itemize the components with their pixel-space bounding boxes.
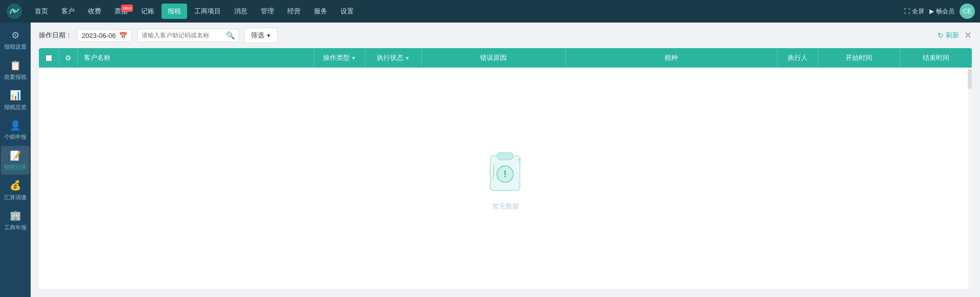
fullscreen-button[interactable]: ⛶ 全屏 xyxy=(904,7,924,16)
nav-item-客户[interactable]: 客户 xyxy=(55,4,81,19)
sidebar-item-报税总览[interactable]: 📊报税总览 xyxy=(1,86,30,115)
scrollbar-track[interactable] xyxy=(968,68,972,289)
th-status-label: 执行状态 xyxy=(377,53,403,62)
fullscreen-label: 全屏 xyxy=(912,7,924,16)
settings-icon: ⚙ xyxy=(65,54,72,62)
date-value: 2023-06-06 xyxy=(82,32,116,39)
nav-item-收费[interactable]: 收费 xyxy=(82,4,107,19)
top-nav: 首页客户收费票据new记账报税工商项目消息管理经营服务设置 ⛶ 全屏 ▶ 畅会员… xyxy=(0,0,980,23)
nav-item-设置[interactable]: 设置 xyxy=(334,4,360,19)
nav-item-消息[interactable]: 消息 xyxy=(228,4,254,19)
empty-illustration: ! xyxy=(483,145,529,197)
th-executor: 执行人 xyxy=(778,48,818,68)
calendar-icon: 📅 xyxy=(119,32,127,39)
sidebar-icon: 🏢 xyxy=(10,210,21,222)
select-all-checkbox[interactable] xyxy=(45,55,52,61)
table-body: ! 暂无数据 xyxy=(39,68,972,289)
refresh-icon: ↻ xyxy=(938,31,944,39)
avatar[interactable]: CE xyxy=(960,4,975,19)
th-checkbox[interactable] xyxy=(39,48,59,68)
sidebar-label: 个税申报 xyxy=(4,133,27,140)
sidebar-icon: 💰 xyxy=(10,180,21,192)
fullscreen-icon: ⛶ xyxy=(904,8,910,15)
refresh-button[interactable]: ↻ 刷新 xyxy=(938,31,959,40)
svg-point-8 xyxy=(518,158,521,161)
nav-item-服务[interactable]: 服务 xyxy=(308,4,333,19)
member-button[interactable]: ▶ 畅会员 xyxy=(929,7,954,16)
nav-item-票据[interactable]: 票据new xyxy=(108,4,134,19)
nav-item-报税[interactable]: 报税 xyxy=(162,4,187,19)
sidebar-label: 报税设置 xyxy=(4,43,27,50)
nav-item-首页[interactable]: 首页 xyxy=(29,4,54,19)
badge-new: new xyxy=(121,5,133,12)
svg-point-9 xyxy=(489,170,491,172)
scrollbar-thumb xyxy=(968,69,972,89)
th-settings[interactable]: ⚙ xyxy=(59,48,78,68)
filter-button[interactable]: 筛选 ▼ xyxy=(244,28,278,43)
th-end-time: 结束时间 xyxy=(900,48,972,68)
sidebar-item-汇算清缴[interactable]: 💰汇算清缴 xyxy=(1,176,30,205)
th-error: 错误原因 xyxy=(422,48,566,68)
sidebar-icon: 📝 xyxy=(10,150,21,162)
empty-state: ! 暂无数据 xyxy=(472,135,539,221)
sidebar-label: 批量报税 xyxy=(4,73,27,80)
video-icon: ▶ xyxy=(929,8,934,15)
sidebar-item-批量报税[interactable]: 📋批量报税 xyxy=(1,56,30,85)
sidebar-label: 报税记录 xyxy=(4,163,27,171)
sidebar-item-个税申报[interactable]: 👤个税申报 xyxy=(1,116,30,145)
th-tax-type-label: 税种 xyxy=(665,53,678,62)
chevron-down-icon: ▼ xyxy=(266,33,271,38)
nav-item-记账[interactable]: 记账 xyxy=(135,4,161,19)
empty-text: 暂无数据 xyxy=(492,202,519,211)
th-customer-label: 客户名称 xyxy=(84,53,110,62)
search-input[interactable] xyxy=(142,32,223,39)
op-type-filter-icon: ▼ xyxy=(351,55,356,61)
svg-text:!: ! xyxy=(504,169,507,179)
sidebar-icon: ⚙ xyxy=(11,30,19,41)
sidebar-icon: 👤 xyxy=(10,120,21,132)
sidebar-icon: 📋 xyxy=(10,60,21,72)
top-nav-right: ⛶ 全屏 ▶ 畅会员 CE xyxy=(904,4,975,19)
table-container: ⚙ 客户名称 操作类型 ▼ 执行状态 ▼ 错误原因 税种 xyxy=(39,48,972,289)
th-op-type-label: 操作类型 xyxy=(323,53,350,62)
sidebar-label: 汇算清缴 xyxy=(4,194,27,201)
nav-item-经营[interactable]: 经营 xyxy=(281,4,307,19)
th-start-time: 开始时间 xyxy=(818,48,900,68)
nav-items: 首页客户收费票据new记账报税工商项目消息管理经营服务设置 xyxy=(29,4,904,19)
close-button[interactable]: ✕ xyxy=(964,31,972,40)
th-op-type[interactable]: 操作类型 ▼ xyxy=(314,48,366,68)
logo xyxy=(5,2,24,20)
filter-label: 筛选 xyxy=(251,31,264,40)
sidebar-label: 工商年报 xyxy=(4,224,27,231)
th-start-time-label: 开始时间 xyxy=(846,53,872,62)
refresh-label: 刷新 xyxy=(946,31,959,40)
table-header: ⚙ 客户名称 操作类型 ▼ 执行状态 ▼ 错误原因 税种 xyxy=(39,48,972,68)
main-layout: ⚙报税设置📋批量报税📊报税总览👤个税申报📝报税记录💰汇算清缴🏢工商年报 操作日期… xyxy=(0,23,980,297)
toolbar: 操作日期： 2023-06-06 📅 🔍 筛选 ▼ ↻ 刷新 ✕ xyxy=(31,23,980,48)
th-customer: 客户名称 xyxy=(78,48,314,68)
date-picker[interactable]: 2023-06-06 📅 xyxy=(77,29,132,42)
date-label: 操作日期： xyxy=(39,31,72,40)
svg-point-1 xyxy=(13,10,16,13)
th-status[interactable]: 执行状态 ▼ xyxy=(366,48,422,68)
th-end-time-label: 结束时间 xyxy=(923,53,949,62)
sidebar: ⚙报税设置📋批量报税📊报税总览👤个税申报📝报税记录💰汇算清缴🏢工商年报 xyxy=(0,23,31,297)
sidebar-item-报税设置[interactable]: ⚙报税设置 xyxy=(1,26,30,55)
content-area: 操作日期： 2023-06-06 📅 🔍 筛选 ▼ ↻ 刷新 ✕ xyxy=(31,23,980,297)
status-filter-icon: ▼ xyxy=(405,55,410,61)
th-executor-label: 执行人 xyxy=(788,53,808,62)
nav-item-工商项目[interactable]: 工商项目 xyxy=(188,4,227,19)
th-tax-type: 税种 xyxy=(566,48,778,68)
search-icon: 🔍 xyxy=(226,31,235,39)
sidebar-item-报税记录[interactable]: 📝报税记录 xyxy=(1,146,30,175)
sidebar-item-工商年报[interactable]: 🏢工商年报 xyxy=(1,206,30,235)
sidebar-label: 报税总览 xyxy=(4,103,27,111)
svg-rect-3 xyxy=(497,153,513,160)
member-label: 畅会员 xyxy=(936,7,954,16)
sidebar-icon: 📊 xyxy=(10,90,21,101)
nav-item-管理[interactable]: 管理 xyxy=(255,4,280,19)
th-error-label: 错误原因 xyxy=(480,53,507,62)
search-wrapper: 🔍 xyxy=(137,29,239,42)
